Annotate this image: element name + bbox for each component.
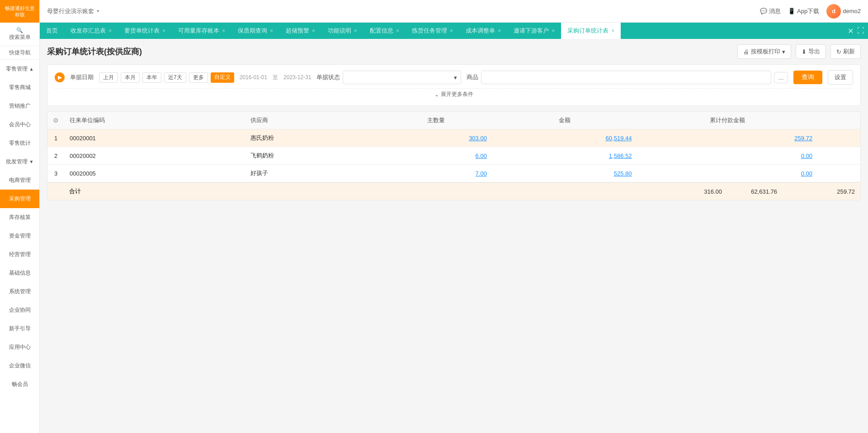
row-index: 2	[47, 147, 64, 165]
sidebar-item-app-center[interactable]: 应用中心	[0, 338, 39, 357]
sidebar-item-marketing[interactable]: 营销推广	[0, 97, 39, 115]
date-quick-buttons: 上月 本月 本年 近7天 更多 自定义	[99, 72, 234, 83]
tab-receive-summary[interactable]: 收发存汇总表 ×	[64, 23, 118, 39]
table-row[interactable]: 3 00020005 好孩子 7.00 525.80 0.00	[47, 165, 860, 182]
settings-button[interactable]: 设置	[828, 70, 853, 85]
filter-card: ▶ 单据日期 上月 本月 本年 近7天 更多 自定义 2016-01-01 至 …	[47, 64, 861, 106]
tab-cost-adjust[interactable]: 成本调整单 ×	[459, 23, 507, 39]
tab-purchase-order-summary[interactable]: 采购订单统计表 ×	[561, 23, 621, 39]
avatar: d	[826, 4, 841, 19]
sidebar: 畅捷通好生意 标版 🔍 搜索菜单 快捷导航 零售管理 ▲ 零售商城 营销推广 会…	[0, 0, 40, 433]
tab-bar-end: ✕ ⛶	[848, 27, 868, 35]
page-header: 采购订单统计表(按供应商) 🖨 按模板打印 ▾ ⬇ 导出 ↻ 刷新	[47, 44, 861, 59]
row-extra	[818, 165, 860, 182]
row-main-qty[interactable]: 303.00	[379, 129, 492, 147]
search-icon: 🔍	[4, 27, 36, 33]
row-main-qty[interactable]: 7.00	[379, 165, 492, 182]
row-supplier: 好孩子	[245, 165, 380, 182]
app-download-button[interactable]: 📱 App下载	[788, 7, 819, 15]
tab-close-config-info[interactable]: ×	[396, 28, 399, 34]
row-amount[interactable]: 60,519.44	[492, 129, 637, 147]
footer-amount: 62,631.76	[727, 188, 777, 195]
tab-close-requisition-summary[interactable]: ×	[162, 28, 165, 34]
row-main-qty[interactable]: 6.00	[379, 147, 492, 165]
sidebar-item-enterprise[interactable]: 企业协同	[0, 301, 39, 319]
export-button[interactable]: ⬇ 导出	[796, 44, 826, 59]
date-btn-last-month[interactable]: 上月	[99, 72, 118, 83]
table-row[interactable]: 1 00020001 惠氏奶粉 303.00 60,519.44 259.72	[47, 129, 860, 147]
message-button[interactable]: 💬 消息	[760, 7, 781, 15]
tab-close-overstock-warning[interactable]: ×	[312, 28, 315, 34]
expand-more-button[interactable]: ⌄ 展开更多条件	[434, 90, 473, 98]
status-select[interactable]: ▾	[343, 71, 461, 84]
row-amount[interactable]: 525.80	[492, 165, 637, 182]
sidebar-item-enterprise-wechat[interactable]: 企业微信	[0, 357, 39, 375]
tab-fullscreen-button[interactable]: ⛶	[857, 27, 864, 35]
tab-close-cost-adjust[interactable]: ×	[498, 28, 501, 34]
query-button[interactable]: 查询	[793, 71, 822, 84]
date-custom-tag[interactable]: 自定义	[211, 72, 234, 83]
date-btn-this-month[interactable]: 本月	[121, 72, 140, 83]
filter-collapse-button[interactable]: ▶	[55, 72, 65, 82]
date-btn-last-7-days[interactable]: 近7天	[164, 72, 186, 83]
date-from[interactable]: 2016-01-01	[240, 74, 267, 81]
date-btn-this-year[interactable]: 本年	[142, 72, 161, 83]
footer-label: 合计	[69, 187, 151, 195]
sidebar-item-member2[interactable]: 畅会员	[0, 375, 39, 394]
user-profile-button[interactable]: d demo2	[826, 4, 861, 19]
tab-close-validity-query[interactable]: ×	[270, 28, 273, 34]
tab-validity-query[interactable]: 保质期查询 ×	[231, 23, 279, 39]
tab-home[interactable]: 首页	[40, 23, 64, 39]
row-extra	[818, 147, 860, 165]
sidebar-item-new-guide[interactable]: 新手引导	[0, 319, 39, 338]
sidebar-item-search[interactable]: 🔍 搜索菜单	[0, 23, 39, 46]
sidebar-item-inventory[interactable]: 库存核算	[0, 208, 39, 227]
tab-close-receive-summary[interactable]: ×	[108, 28, 112, 34]
row-cumulative-paid[interactable]: 0.00	[637, 147, 818, 165]
tab-overstock-warning[interactable]: 超储预警 ×	[279, 23, 321, 39]
sidebar-item-basic-info[interactable]: 基础信息	[0, 264, 39, 282]
sidebar-item-ecommerce[interactable]: 电商管理	[0, 171, 39, 190]
sidebar-item-retail-mall[interactable]: 零售商城	[0, 78, 39, 97]
refresh-button[interactable]: ↻ 刷新	[830, 44, 861, 59]
row-supplier: 惠氏奶粉	[245, 129, 380, 147]
tab-function-desc[interactable]: 功能说明 ×	[321, 23, 363, 39]
row-amount[interactable]: 1,586.52	[492, 147, 637, 165]
tab-close-purchase-order-summary[interactable]: ×	[611, 28, 614, 34]
sidebar-item-quick-nav[interactable]: 快捷导航	[0, 46, 39, 60]
filter-row-date: ▶ 单据日期 上月 本月 本年 近7天 更多 自定义 2016-01-01 至 …	[55, 70, 853, 85]
tab-close-pick-task[interactable]: ×	[450, 28, 453, 34]
tab-pick-task[interactable]: 拣货任务管理 ×	[406, 23, 459, 39]
sidebar-item-member[interactable]: 会员中心	[0, 115, 39, 134]
tab-requisition-summary[interactable]: 要货单统计表 ×	[118, 23, 172, 39]
tab-close-all-button[interactable]: ✕	[848, 27, 854, 35]
goods-filter-label: 商品	[467, 73, 478, 81]
breadcrumb-dropdown-icon[interactable]: ▾	[97, 8, 99, 14]
date-to[interactable]: 2023-12-31	[283, 74, 311, 81]
goods-input[interactable]	[481, 71, 771, 84]
sidebar-item-retail[interactable]: 零售管理 ▲	[0, 60, 39, 78]
tab-close-function-desc[interactable]: ×	[354, 28, 357, 34]
tab-invite-downstream[interactable]: 邀请下游客户 ×	[507, 23, 561, 39]
tab-available-stock[interactable]: 可用量库存账本 ×	[172, 23, 231, 39]
sidebar-item-retail-stat[interactable]: 零售统计	[0, 134, 39, 152]
tab-close-available-stock[interactable]: ×	[222, 28, 225, 34]
row-unit-code: 00020005	[64, 165, 245, 182]
tab-close-invite-downstream[interactable]: ×	[552, 28, 555, 34]
app-logo-text: 畅捷通好生意 标版	[5, 5, 35, 18]
status-filter-label: 单据状态	[316, 73, 340, 81]
table-row[interactable]: 2 00020002 飞鹤奶粉 6.00 1,586.52 0.00	[47, 147, 860, 165]
row-cumulative-paid[interactable]: 259.72	[637, 129, 818, 147]
goods-more-button[interactable]: …	[774, 72, 788, 83]
date-btn-more[interactable]: 更多	[189, 72, 208, 83]
sidebar-item-wholesale[interactable]: 批发管理 ▼	[0, 152, 39, 171]
sidebar-item-purchase[interactable]: 采购管理	[0, 190, 39, 208]
sidebar-item-operation[interactable]: 经营管理	[0, 245, 39, 264]
row-cumulative-paid[interactable]: 0.00	[637, 165, 818, 182]
tab-config-info[interactable]: 配置信息 ×	[363, 23, 406, 39]
template-print-button[interactable]: 🖨 按模板打印 ▾	[737, 44, 791, 59]
column-settings-icon[interactable]: ⚙	[53, 117, 59, 124]
breadcrumb: 母婴行业演示账套 ▾	[47, 7, 753, 15]
sidebar-item-finance[interactable]: 资金管理	[0, 227, 39, 245]
sidebar-item-system[interactable]: 系统管理	[0, 282, 39, 301]
